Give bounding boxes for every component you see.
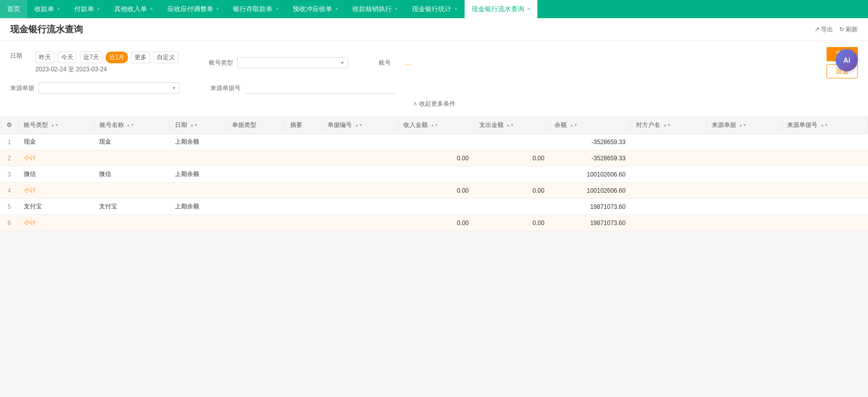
date-today[interactable]: 今天 [58,52,77,63]
collapse-icon: ∧ [413,100,418,107]
export-icon: ↗ [814,26,819,33]
table-cell: 支付宝 [94,199,170,215]
date-7days[interactable]: 近7天 [80,52,103,63]
close-writeoff-icon[interactable]: × [395,0,398,18]
table-cell [285,215,323,231]
date-more[interactable]: 更多 [131,52,150,63]
close-advance-icon[interactable]: × [335,0,338,18]
table-cell: 小计 [19,215,95,231]
close-cash-flow-icon[interactable]: × [527,0,530,18]
table-cell [285,150,323,166]
ai-assistant-button[interactable]: Ai [836,49,858,71]
close-bank-deposit-icon[interactable]: × [276,0,279,18]
nav-payment[interactable]: 付款单 × [67,0,107,18]
table-cell: 0.00 [474,150,550,166]
sort-account-name-icon[interactable]: ▲▼ [126,123,134,127]
sort-counterparty-icon[interactable]: ▲▼ [663,123,671,127]
table-cell [285,134,323,150]
date-1month[interactable]: 近1月 [106,52,128,63]
th-balance-label: 余额 [555,121,567,128]
th-source-doc: 来源单据 ▲▼ [706,117,782,134]
th-gear: ⚙ [0,117,19,134]
nav-other-income[interactable]: 其他收入单 × [107,0,160,18]
nav-writeoff[interactable]: 收款核销执行 × [345,0,405,18]
table-cell: 上期余额 [170,134,227,150]
filter-row-2: 来源单据 ▾ 来源单据号 [10,82,858,94]
source-doc-chevron-icon: ▾ [172,84,175,92]
data-table: ⚙ 账号类型 ▲▼ 账号名称 ▲▼ 日期 ▲▼ 单据类型 摘 [0,117,868,231]
table-cell: 100102606.60 [550,183,631,199]
table-cell [285,166,323,183]
date-label: 日期 [10,52,30,60]
nav-receipt[interactable]: 收款单 × [27,0,67,18]
filter-area: 日期 昨天 今天 近7天 近1月 更多 自定义 2023-02-24 至 202… [0,41,868,117]
th-account-type-label: 账号类型 [24,121,48,128]
nav-adjustment[interactable]: 应收应付调整单 × [160,0,226,18]
table-cell [630,166,706,183]
date-yesterday[interactable]: 昨天 [35,52,55,63]
close-receipt-icon[interactable]: × [57,0,60,18]
source-doc-select[interactable]: ▾ [38,82,180,94]
table-row: 3微信微信上期余额100102606.60 [0,166,868,183]
date-custom[interactable]: 自定义 [153,52,178,63]
table-cell [323,183,398,199]
gear-icon[interactable]: ⚙ [5,121,13,129]
close-payment-icon[interactable]: × [97,0,100,18]
sort-balance-icon[interactable]: ▲▼ [570,123,578,127]
sort-expense-icon[interactable]: ▲▼ [506,123,514,127]
nav-cash-flow[interactable]: 现金银行流水查询 × [465,0,537,18]
table-cell: 1 [0,134,19,150]
date-options-group: 昨天 今天 近7天 近1月 更多 自定义 2023-02-24 至 2023-0… [35,52,178,74]
th-date-label: 日期 [175,121,187,128]
th-income: 收入金额 ▲▼ [398,117,474,134]
table-cell [323,134,398,150]
table-cell [782,166,868,183]
sort-date-icon[interactable]: ▲▼ [190,123,198,127]
date-filter: 日期 昨天 今天 近7天 近1月 更多 自定义 2023-02-24 至 202… [10,52,178,74]
close-other-income-icon[interactable]: × [150,0,153,18]
table-cell [706,150,782,166]
nav-cash-stat[interactable]: 现金银行统计 × [405,0,465,18]
refresh-icon: ↻ [839,26,844,33]
table-cell: 100102606.60 [550,166,631,183]
table-row: 2小计0.000.00-3528659.33 [0,150,868,166]
sort-account-type-icon[interactable]: ▲▼ [51,123,59,127]
table-cell [630,183,706,199]
table-cell [630,134,706,150]
source-doc-no-label: 来源单据号 [210,84,241,93]
sort-source-doc-icon[interactable]: ▲▼ [739,123,747,127]
table-cell: 0.00 [398,183,474,199]
account-type-filter: 账号类型 ▾ [209,57,348,68]
table-body: 1现金现金上期余额-3528659.332小计0.000.00-3528659.… [0,134,868,231]
table-cell: 19871073.60 [550,199,631,215]
th-income-label: 收入金额 [403,121,428,128]
th-doc-no-label: 单据编号 [328,121,352,128]
collapse-bar[interactable]: ∧ 收起更多条件 [10,98,858,112]
th-expense: 支出金额 ▲▼ [474,117,550,134]
table-cell [630,199,706,215]
account-type-select[interactable]: ▾ [237,57,348,68]
table-cell: 2 [0,150,19,166]
source-doc-label: 来源单据 [10,84,34,93]
table-cell [706,166,782,183]
close-cash-stat-icon[interactable]: × [454,0,458,18]
export-button[interactable]: ↗ 导出 [814,25,833,34]
table-cell [170,215,227,231]
table-cell [323,150,398,166]
sort-source-doc-no-icon[interactable]: ▲▼ [820,123,829,127]
table-cell: 小计 [19,150,95,166]
close-adjustment-icon[interactable]: × [216,0,219,18]
source-doc-no-input[interactable] [245,83,396,94]
nav-advance[interactable]: 预收冲应收单 × [286,0,345,18]
sort-income-icon[interactable]: ▲▼ [430,123,438,127]
date-range-display: 2023-02-24 至 2023-03-24 [35,65,178,74]
th-doc-type: 单据类型 [227,117,285,134]
table-cell [782,183,868,199]
account-dots-button[interactable]: ... [403,59,413,67]
nav-bank-deposit[interactable]: 银行存取款单 × [226,0,286,18]
table-cell [782,134,868,150]
refresh-button[interactable]: ↻ 刷新 [839,25,858,34]
sort-doc-no-icon[interactable]: ▲▼ [355,123,363,127]
nav-home[interactable]: 首页 [0,0,27,18]
source-doc-filter: 来源单据 ▾ [10,82,180,94]
